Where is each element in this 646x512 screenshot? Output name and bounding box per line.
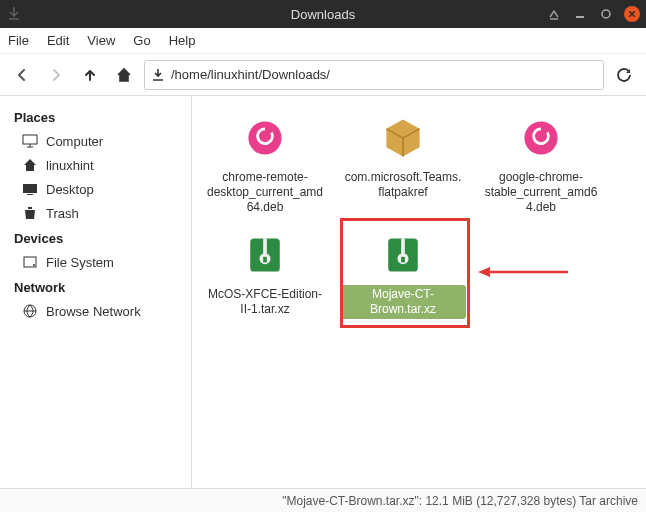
- disk-icon: [22, 254, 38, 270]
- home-button[interactable]: [110, 61, 138, 89]
- back-button[interactable]: [8, 61, 36, 89]
- file-view[interactable]: chrome-remote-desktop_current_amd64.debc…: [192, 96, 646, 488]
- file-item[interactable]: McOS-XFCE-Edition-II-1.tar.xz: [200, 225, 330, 323]
- svg-point-0: [602, 10, 610, 18]
- debian-icon: [515, 112, 567, 164]
- network-icon: [22, 303, 38, 319]
- sidebar-item-browse-network[interactable]: Browse Network: [4, 299, 191, 323]
- window-controls: [546, 6, 640, 22]
- svg-point-5: [33, 264, 35, 266]
- svg-rect-2: [23, 184, 37, 193]
- archive-icon: [239, 229, 291, 281]
- menu-edit[interactable]: Edit: [47, 33, 69, 48]
- archive-icon: [377, 229, 429, 281]
- file-label: com.microsoft.Teams.flatpakref: [340, 168, 466, 202]
- sidebar-item-label: Desktop: [46, 182, 94, 197]
- toolbar: [0, 54, 646, 96]
- file-label: google-chrome-stable_current_amd64.deb: [478, 168, 604, 217]
- path-download-icon: [151, 68, 165, 82]
- sidebar-item-label: Computer: [46, 134, 103, 149]
- main-area: Places Computer linuxhint Desktop Trash …: [0, 96, 646, 488]
- file-item[interactable]: Mojave-CT-Brown.tar.xz: [338, 225, 468, 323]
- app-icon: [6, 6, 22, 22]
- sidebar-heading-devices: Devices: [4, 225, 191, 250]
- close-button[interactable]: [624, 6, 640, 22]
- file-item[interactable]: com.microsoft.Teams.flatpakref: [338, 108, 468, 221]
- minimize-button[interactable]: [572, 6, 588, 22]
- maximize-button[interactable]: [598, 6, 614, 22]
- package-icon: [377, 112, 429, 164]
- trash-icon: [22, 205, 38, 221]
- file-item[interactable]: google-chrome-stable_current_amd64.deb: [476, 108, 606, 221]
- sidebar-item-label: Browse Network: [46, 304, 141, 319]
- sidebar-heading-network: Network: [4, 274, 191, 299]
- sidebar-item-home[interactable]: linuxhint: [4, 153, 191, 177]
- menu-file[interactable]: File: [8, 33, 29, 48]
- file-label: Mojave-CT-Brown.tar.xz: [340, 285, 466, 319]
- file-item[interactable]: chrome-remote-desktop_current_amd64.deb: [200, 108, 330, 221]
- sidebar-item-filesystem[interactable]: File System: [4, 250, 191, 274]
- desktop-icon: [22, 181, 38, 197]
- menubar: File Edit View Go Help: [0, 28, 646, 54]
- sidebar-item-trash[interactable]: Trash: [4, 201, 191, 225]
- keep-above-button[interactable]: [546, 6, 562, 22]
- sidebar-item-label: linuxhint: [46, 158, 94, 173]
- sidebar-item-computer[interactable]: Computer: [4, 129, 191, 153]
- file-label: chrome-remote-desktop_current_amd64.deb: [202, 168, 328, 217]
- sidebar-item-label: File System: [46, 255, 114, 270]
- status-text: "Mojave-CT-Brown.tar.xz": 12.1 MiB (12,7…: [282, 494, 638, 508]
- sidebar-item-desktop[interactable]: Desktop: [4, 177, 191, 201]
- svg-rect-3: [27, 194, 33, 195]
- svg-rect-1: [23, 135, 37, 144]
- file-label: McOS-XFCE-Edition-II-1.tar.xz: [202, 285, 328, 319]
- file-grid: chrome-remote-desktop_current_amd64.debc…: [200, 108, 638, 323]
- sidebar-item-label: Trash: [46, 206, 79, 221]
- statusbar: "Mojave-CT-Brown.tar.xz": 12.1 MiB (12,7…: [0, 488, 646, 512]
- menu-view[interactable]: View: [87, 33, 115, 48]
- debian-icon: [239, 112, 291, 164]
- titlebar: Downloads: [0, 0, 646, 28]
- up-button[interactable]: [76, 61, 104, 89]
- path-bar[interactable]: [144, 60, 604, 90]
- sidebar-heading-places: Places: [4, 104, 191, 129]
- path-input[interactable]: [171, 67, 597, 82]
- forward-button[interactable]: [42, 61, 70, 89]
- menu-go[interactable]: Go: [133, 33, 150, 48]
- menu-help[interactable]: Help: [169, 33, 196, 48]
- refresh-button[interactable]: [610, 61, 638, 89]
- sidebar: Places Computer linuxhint Desktop Trash …: [0, 96, 192, 488]
- home-icon: [22, 157, 38, 173]
- computer-icon: [22, 133, 38, 149]
